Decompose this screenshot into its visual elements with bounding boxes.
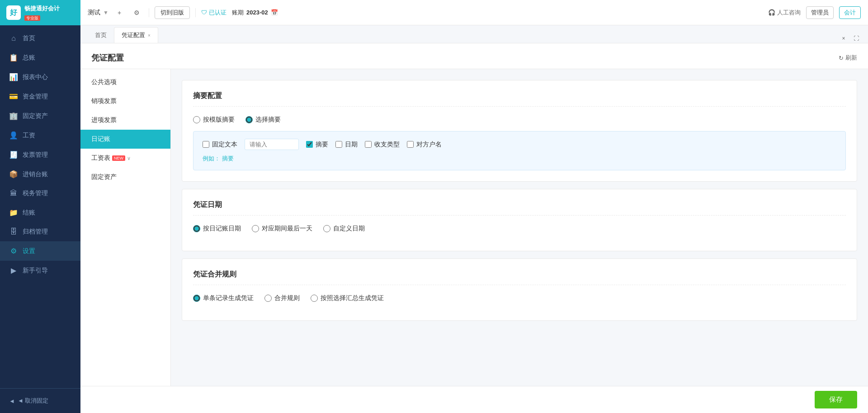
refresh-icon: ↻: [839, 55, 844, 61]
radio-period-last[interactable]: 对应期间最后一天: [252, 225, 312, 233]
page-title: 凭证配置: [91, 52, 124, 63]
sidebar-item-funds[interactable]: 💳资金管理: [0, 87, 80, 106]
tab-config[interactable]: 凭证配置 ×: [114, 27, 158, 43]
config-nav-public[interactable]: 公共选项: [80, 73, 170, 92]
app-logo-icon: 好: [6, 5, 21, 20]
company-selector[interactable]: 测试 ▼: [88, 9, 108, 17]
plus-icon: +: [118, 9, 121, 16]
radio-select-merge[interactable]: 按照选择汇总生成凭证: [311, 294, 384, 302]
gear-icon: ⚙: [134, 9, 140, 16]
topbar-divider: [149, 8, 149, 17]
checkbox-fixed-text[interactable]: 固定文本: [203, 141, 237, 149]
page-header: 凭证配置 ↻ 刷新: [80, 43, 868, 69]
switch-version-button[interactable]: 切到旧版: [155, 6, 190, 19]
accountant-button[interactable]: 会计: [839, 6, 861, 19]
headset-icon: 🎧: [768, 9, 775, 16]
checkbox-counterparty[interactable]: 对方户名: [407, 141, 442, 149]
sidebar-item-settings[interactable]: ⚙设置: [0, 241, 80, 261]
sidebar-icon-ledger: 📋: [9, 53, 18, 62]
page-wrapper: 凭证配置 ↻ 刷新 公共选项销项发票进项发票日记账工资表 NEW ∨固定资产 摘…: [80, 43, 868, 413]
admin-button[interactable]: 管理员: [806, 6, 834, 19]
settings-button[interactable]: ⚙: [130, 7, 143, 18]
summary-example: 例如： 摘要: [203, 155, 836, 163]
window-controls: × ⛶: [839, 34, 861, 43]
radio-custom-date[interactable]: 自定义日期: [323, 225, 365, 233]
sidebar-item-archive[interactable]: 🗄归档管理: [0, 222, 80, 241]
sidebar-icon-tax: 🏛: [9, 189, 18, 197]
sidebar-icon-invoices: 🧾: [9, 150, 18, 159]
fixed-text-input[interactable]: [245, 139, 299, 150]
sidebar-icon-reports: 📊: [9, 73, 18, 81]
support-button[interactable]: 🎧 人工咨询: [768, 9, 801, 17]
tab-close-icon[interactable]: ×: [148, 33, 151, 38]
tab-home[interactable]: 首页: [88, 28, 114, 43]
save-button[interactable]: 保存: [815, 391, 857, 408]
radio-merge-rule[interactable]: 合并规则: [264, 294, 300, 302]
config-nav-purchase_invoice[interactable]: 进项发票: [80, 111, 170, 130]
topbar: 测试 ▼ + ⚙ 切到旧版 🛡 已认证 账期 2023-02 📅: [80, 0, 868, 25]
config-nav-fixed_assets[interactable]: 固定资产: [80, 168, 170, 187]
config-nav-payroll[interactable]: 工资表 NEW ∨: [80, 149, 170, 168]
checkbox-payment-type[interactable]: 收支类型: [365, 141, 400, 149]
config-layout: 公共选项销项发票进项发票日记账工资表 NEW ∨固定资产 摘要配置 按模版摘要: [80, 69, 868, 386]
sidebar-icon-wages: 👤: [9, 131, 18, 140]
summary-config-box: 固定文本 摘要 日期: [193, 131, 846, 170]
date-section-title: 凭证日期: [193, 200, 846, 216]
topbar-right: 🎧 人工咨询 管理员 会计: [768, 6, 861, 19]
summary-radio-group: 按模版摘要 选择摘要: [193, 116, 846, 124]
config-nav-sales_invoice[interactable]: 销项发票: [80, 92, 170, 111]
sidebar-logo: 好 畅捷通好会计 专业版: [0, 0, 80, 25]
close-window-button[interactable]: ×: [839, 34, 848, 43]
merge-section: 凭证合并规则 单条记录生成凭证 合并规则: [182, 258, 857, 321]
radio-journal-date[interactable]: 按日记账日期: [193, 225, 241, 233]
certified-icon: 🛡: [201, 9, 207, 16]
sidebar-nav: ⌂首页📋总账📊报表中心💳资金管理🏢固定资产👤工资🧾发票管理📦进销台账🏛税务管理📁…: [0, 25, 80, 388]
sidebar-icon-assets: 🏢: [9, 112, 18, 120]
summary-section: 摘要配置 按模版摘要 选择摘要: [182, 80, 857, 182]
footer-bar: 保存: [80, 386, 868, 413]
merge-section-title: 凭证合并规则: [193, 270, 846, 285]
summary-section-title: 摘要配置: [193, 91, 846, 107]
summary-checkboxes-row: 固定文本 摘要 日期: [203, 139, 836, 150]
sidebar-item-reports[interactable]: 📊报表中心: [0, 67, 80, 87]
main-area: 测试 ▼ + ⚙ 切到旧版 🛡 已认证 账期 2023-02 📅: [80, 0, 868, 413]
certified-status: 🛡 已认证: [201, 9, 226, 17]
config-nav-journal[interactable]: 日记账: [80, 130, 170, 149]
sidebar-item-invoices[interactable]: 🧾发票管理: [0, 145, 80, 164]
period-display: 账期 2023-02 📅: [232, 9, 278, 17]
sidebar-item-home[interactable]: ⌂首页: [0, 29, 80, 48]
checkbox-summary[interactable]: 摘要: [306, 141, 328, 149]
sidebar-item-wages[interactable]: 👤工资: [0, 126, 80, 145]
sidebar-icon-guide: ▶: [9, 266, 18, 275]
sidebar-item-ledger[interactable]: 📋总账: [0, 48, 80, 67]
config-content: 摘要配置 按模版摘要 选择摘要: [171, 69, 868, 386]
sidebar-icon-sales: 📦: [9, 170, 18, 178]
sidebar-item-assets[interactable]: 🏢固定资产: [0, 106, 80, 126]
collapse-sidebar-button[interactable]: ◄ ◄ 取消固定: [5, 393, 76, 408]
sidebar-item-guide[interactable]: ▶新手引导: [0, 261, 80, 280]
sidebar-bottom: ◄ ◄ 取消固定: [0, 388, 80, 413]
sidebar-item-tax[interactable]: 🏛税务管理: [0, 184, 80, 203]
sidebar-item-settle[interactable]: 📁结账: [0, 203, 80, 222]
expand-window-button[interactable]: ⛶: [852, 34, 861, 43]
config-nav: 公共选项销项发票进项发票日记账工资表 NEW ∨固定资产: [80, 69, 171, 386]
sidebar-item-sales[interactable]: 📦进销台账: [0, 164, 80, 184]
sidebar: 好 畅捷通好会计 专业版 ⌂首页📋总账📊报表中心💳资金管理🏢固定资产👤工资🧾发票…: [0, 0, 80, 413]
radio-select-summary[interactable]: 选择摘要: [245, 116, 281, 124]
checkbox-date[interactable]: 日期: [335, 141, 358, 149]
sidebar-icon-archive: 🗄: [9, 228, 18, 236]
radio-single[interactable]: 单条记录生成凭证: [193, 294, 254, 302]
add-button[interactable]: +: [114, 7, 125, 18]
radio-template-summary[interactable]: 按模版摘要: [193, 116, 235, 124]
calendar-icon[interactable]: 📅: [271, 9, 278, 16]
merge-radio-group: 单条记录生成凭证 合并规则 按照选择汇总生成凭证: [193, 294, 846, 302]
company-chevron-icon: ▼: [103, 9, 108, 16]
app-logo-text: 畅捷通好会计 专业版: [24, 5, 60, 21]
sidebar-icon-funds: 💳: [9, 92, 18, 101]
date-radio-group: 按日记账日期 对应期间最后一天 自定义日期: [193, 225, 846, 233]
sidebar-icon-settle: 📁: [9, 208, 18, 217]
topbar-divider2: [195, 8, 196, 17]
sidebar-icon-settings: ⚙: [9, 247, 18, 255]
refresh-button[interactable]: ↻ 刷新: [839, 54, 857, 62]
date-section: 凭证日期 按日记账日期 对应期间最后一天: [182, 189, 857, 251]
